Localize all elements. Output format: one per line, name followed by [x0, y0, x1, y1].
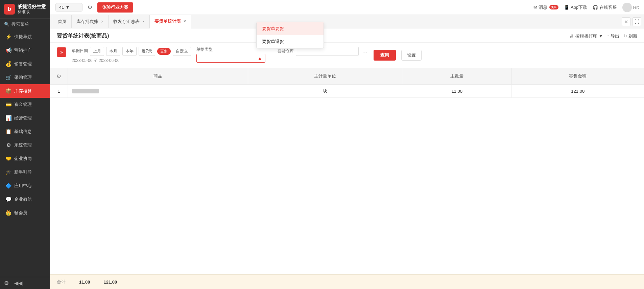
warehouse-filter-label: 要货仓库 [278, 48, 294, 54]
main-content: 41 ▼ ⚙ 体验行业方案 ✉ 消息 99+ 📱 App下载 🎧 在线客服 [50, 0, 644, 289]
date-btn-this-year[interactable]: 本年 [122, 47, 137, 56]
tab-home[interactable]: 首页 [53, 15, 72, 28]
sidebar-item-wechat[interactable]: 💬 企业微信 [0, 193, 50, 206]
page-title: 要货单统计表(按商品) [57, 32, 109, 40]
online-service-label: 在线客服 [599, 4, 617, 10]
settings-bottom-icon[interactable]: ⚙ [4, 280, 9, 286]
expand-filter-btn[interactable]: » [57, 47, 66, 57]
tabs-bar: 首页 库存批次账 × 收发存汇总表 × 要货单统计表 × ✕ ⛶ [50, 15, 644, 28]
nav-item-label: 畅会员 [14, 210, 27, 216]
tab-expand-btn[interactable]: ⛶ [633, 17, 641, 26]
filter-more-btn[interactable]: … [362, 48, 368, 55]
sidebar-search[interactable]: 🔍 搜索菜单 [0, 19, 50, 30]
sidebar-item-sales[interactable]: 💰 销售管理 [0, 57, 50, 71]
sidebar-item-finance[interactable]: 💳 资金管理 [0, 98, 50, 111]
refresh-btn[interactable]: ↻ 刷新 [623, 33, 637, 39]
tab-requisition-stats-label: 要货单统计表 [154, 18, 181, 24]
app-logo: b 畅捷通好生意 标准版 [0, 0, 50, 19]
page-header: 要货单统计表(按商品) 🖨 按模板打印 ▼ ↑ 导出 ↻ 刷新 [50, 28, 644, 43]
col-settings-btn[interactable]: ⚙ [54, 71, 64, 81]
date-btn-7days[interactable]: 近7天 [139, 47, 155, 56]
topbar-right: ✉ 消息 99+ 📱 App下载 🎧 在线客服 Rit [533, 3, 639, 12]
tab-batch-account-close[interactable]: × [101, 19, 103, 24]
logo-icon: b [4, 4, 15, 15]
nav-item-label: 快捷导航 [14, 34, 32, 40]
app-download-label: App下载 [571, 4, 587, 10]
sidebar-item-quick-nav[interactable]: ⚡ 快捷导航 [0, 30, 50, 44]
type-filter-input-row[interactable]: ▲ [196, 54, 265, 63]
col-settings: ⚙ [50, 68, 68, 85]
product-blurred [72, 89, 99, 93]
date-btn-more[interactable]: 更多 [157, 48, 171, 55]
type-filter-label: 单据类型 [196, 47, 265, 52]
footer-label: 合计 [57, 279, 66, 285]
nav-item-label: 采购管理 [14, 74, 32, 81]
tab-requisition-stats[interactable]: 要货单统计表 × [150, 15, 191, 28]
search-icon: 🔍 [4, 22, 9, 27]
sidebar-item-guide[interactable]: 🎓 新手引导 [0, 165, 50, 179]
user-name: Rit [633, 5, 639, 10]
date-range: 2023-05-06 至 2023-06-06 [72, 58, 191, 64]
sidebar-item-purchase[interactable]: 🛒 采购管理 [0, 71, 50, 84]
refresh-label: 刷新 [628, 33, 637, 39]
system-icon: ⚙ [5, 142, 11, 148]
type-chevron-up-icon[interactable]: ▲ [258, 55, 262, 61]
date-btn-this-month[interactable]: 本月 [106, 47, 120, 56]
col-unit-header: 主计量单位 [248, 68, 402, 85]
export-icon: ↑ [607, 34, 610, 39]
nav-item-label: 营销推广 [14, 47, 32, 53]
store-selector[interactable]: 41 ▼ [55, 3, 82, 12]
export-btn[interactable]: ↑ 导出 [607, 33, 620, 39]
tab-receipt-summary-close[interactable]: × [142, 19, 145, 24]
tab-close-all-btn[interactable]: ✕ [622, 17, 630, 26]
sidebar-item-system[interactable]: ⚙ 系统管理 [0, 138, 50, 152]
sidebar-item-operation[interactable]: 📊 经营管理 [0, 111, 50, 125]
date-options-row: 单据日期 上月 本月 本年 近7天 更多 自定义 [72, 47, 191, 56]
nav-item-label: 企业微信 [14, 196, 32, 202]
collapse-icon[interactable]: ◀◀ [14, 280, 22, 286]
sidebar-item-inventory[interactable]: 📦 库存核算 [0, 84, 50, 98]
sidebar-item-member[interactable]: 👑 畅会员 [0, 206, 50, 220]
dropdown-item-return[interactable]: 要货单退货 [257, 35, 324, 48]
sidebar-item-basic[interactable]: 📋 基础信息 [0, 125, 50, 138]
sidebar-item-marketing[interactable]: 📢 营销推广 [0, 44, 50, 57]
nav-item-label: 库存核算 [14, 88, 32, 94]
print-btn[interactable]: 🖨 按模板打印 ▼ [570, 33, 603, 39]
messages-btn[interactable]: ✉ 消息 99+ [533, 4, 558, 10]
purchase-icon: 🛒 [5, 74, 11, 81]
row-num-cell: 1 [50, 85, 68, 98]
date-btn-custom[interactable]: 自定义 [173, 47, 191, 56]
messages-label: 消息 [539, 4, 547, 10]
tab-batch-account[interactable]: 库存批次账 × [72, 15, 109, 28]
phone-icon: 📱 [564, 5, 569, 10]
nav-item-label: 系统管理 [14, 142, 32, 148]
query-btn[interactable]: 查询 [374, 50, 396, 61]
sidebar-item-enterprise[interactable]: 🤝 企业协同 [0, 152, 50, 165]
col-amount-header: 零售金额 [512, 68, 644, 85]
topbar-settings-btn[interactable]: ⚙ [85, 3, 95, 12]
settings-filter-btn[interactable]: 设置 [401, 50, 422, 61]
wechat-icon: 💬 [5, 196, 11, 202]
export-label: 导出 [611, 33, 619, 39]
operation-icon: 📊 [5, 115, 11, 121]
tab-requisition-stats-close[interactable]: × [184, 19, 186, 24]
dropdown-arrow-icon: ▼ [65, 5, 70, 10]
tab-batch-account-label: 库存批次账 [76, 19, 98, 25]
sidebar-item-appstore[interactable]: 🔷 应用中心 [0, 179, 50, 193]
type-filter-input[interactable] [199, 56, 256, 61]
tab-receipt-summary[interactable]: 收发存汇总表 × [109, 15, 150, 28]
industry-btn[interactable]: 体验行业方案 [97, 2, 133, 13]
print-label: 按模板打印 [575, 33, 597, 39]
footer-amount: 121.00 [104, 280, 117, 285]
date-filter-group: 单据日期 上月 本月 本年 近7天 更多 自定义 2023-05-06 至 20… [72, 47, 191, 64]
dropdown-item-order[interactable]: 要货单要货 [257, 28, 324, 35]
data-table: ⚙ 商品 主计量单位 主数量 零售金额 1 [50, 68, 644, 98]
online-service-btn[interactable]: 🎧 在线客服 [593, 4, 617, 10]
app-download-btn[interactable]: 📱 App下载 [564, 4, 587, 10]
message-icon: ✉ [533, 5, 537, 10]
date-btn-last-month[interactable]: 上月 [90, 47, 104, 56]
refresh-icon: ↻ [623, 34, 627, 39]
member-icon: 👑 [5, 210, 11, 216]
col-quantity-header: 主数量 [402, 68, 512, 85]
user-menu[interactable]: Rit [622, 3, 639, 12]
